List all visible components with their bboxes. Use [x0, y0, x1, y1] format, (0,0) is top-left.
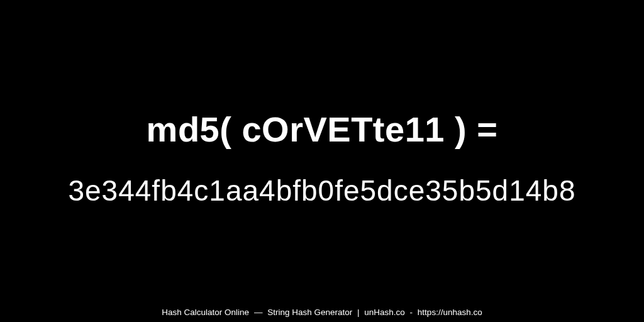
footer-calculator-label: Hash Calculator Online	[162, 308, 249, 317]
footer-site-url: https://unhash.co	[418, 308, 482, 317]
footer: Hash Calculator Online — String Hash Gen…	[0, 308, 644, 317]
page-container: md5( cOrVETte11 ) = 3e344fb4c1aa4bfb0fe5…	[0, 0, 644, 322]
footer-separator-dash: —	[254, 308, 263, 317]
footer-separator-hyphen: -	[410, 308, 413, 317]
footer-separator-pipe: |	[357, 308, 360, 317]
footer-site-name: unHash.co	[364, 308, 405, 317]
footer-generator-label: String Hash Generator	[267, 308, 352, 317]
hash-result: 3e344fb4c1aa4bfb0fe5dce35b5d14b8	[68, 174, 575, 208]
main-content: md5( cOrVETte11 ) = 3e344fb4c1aa4bfb0fe5…	[68, 109, 575, 208]
hash-expression: md5( cOrVETte11 ) =	[147, 109, 498, 150]
